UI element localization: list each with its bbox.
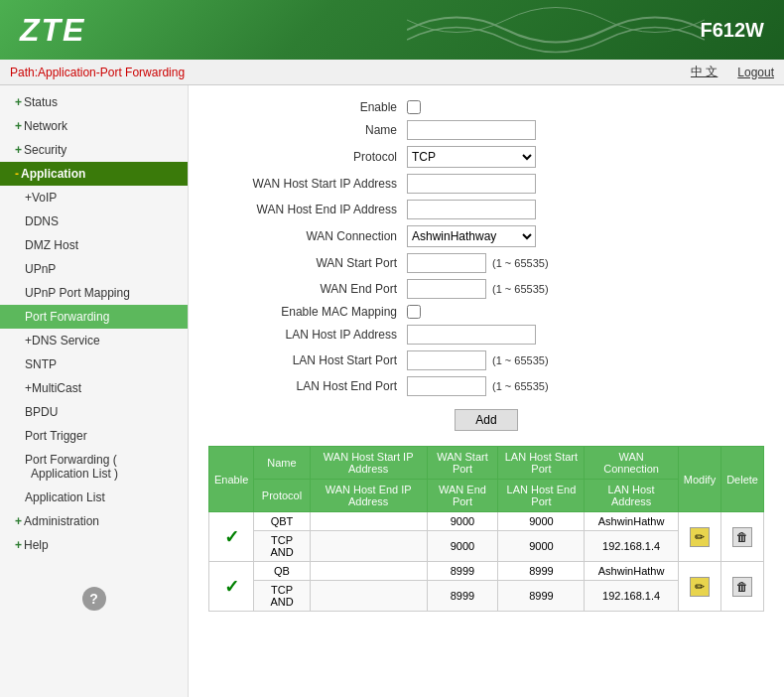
sidebar-item-status[interactable]: +Status: [0, 90, 188, 114]
row1-enable: ✓: [209, 512, 254, 562]
wan-start-port-label: WAN Start Port: [208, 256, 407, 270]
row1-name: QBT: [254, 512, 310, 531]
port-hint-1: (1 ~ 65535): [492, 257, 549, 269]
sidebar-help: ?: [0, 577, 188, 621]
checkmark-icon: ✓: [224, 527, 239, 547]
row2-wan-end-port: 8999: [427, 581, 498, 612]
delete-icon[interactable]: 🗑: [732, 577, 752, 597]
wan-end-port-input[interactable]: [407, 279, 486, 299]
add-button[interactable]: Add: [455, 409, 517, 431]
breadcrumb: Path:Application-Port Forwarding: [10, 66, 185, 79]
row1-delete[interactable]: 🗑: [721, 512, 764, 562]
plus-icon: +: [15, 538, 22, 552]
wan-start-port-input[interactable]: [407, 253, 486, 273]
plus-icon: +: [15, 95, 22, 109]
sidebar-item-porttrigger[interactable]: Port Trigger: [0, 424, 188, 448]
th-wan-start-port: WAN Start Port: [427, 447, 498, 480]
sidebar-item-upnp[interactable]: UPnP: [0, 257, 188, 281]
sidebar-item-application[interactable]: -Application: [0, 162, 188, 186]
protocol-select[interactable]: TCP UDP TCP AND UDP: [407, 146, 536, 168]
wan-host-end-label: WAN Host End IP Address: [208, 203, 407, 216]
th-wan-end-port: WAN End Port: [427, 480, 498, 512]
edit-icon[interactable]: ✏: [690, 527, 710, 547]
wan-host-end-row: WAN Host End IP Address: [208, 200, 764, 219]
edit-icon[interactable]: ✏: [690, 577, 710, 597]
enable-mac-checkbox[interactable]: [407, 305, 421, 319]
sidebar-item-bpdu[interactable]: BPDU: [0, 400, 188, 424]
enable-label: Enable: [208, 100, 407, 114]
row1-lan-host-address: 192.168.1.4: [585, 531, 678, 562]
breadcrumb-highlight: Port Forwarding: [100, 66, 185, 79]
delete-icon[interactable]: 🗑: [732, 527, 752, 547]
row2-modify[interactable]: ✏: [678, 562, 720, 612]
help-button[interactable]: ?: [82, 587, 106, 611]
th-wan-host-end: WAN Host End IP Address: [310, 480, 427, 512]
sidebar-item-dnsservice[interactable]: +DNS Service: [0, 329, 188, 352]
lan-host-start-label: LAN Host Start Port: [208, 353, 407, 367]
row1-lan-end-port: 9000: [498, 531, 585, 562]
lan-host-start-input[interactable]: [407, 350, 486, 370]
th-delete: Delete: [721, 447, 764, 512]
sidebar-item-portforwarding[interactable]: Port Forwarding: [0, 305, 188, 329]
row1-wan-host-end: [310, 531, 427, 562]
name-input[interactable]: [407, 120, 536, 140]
row2-wan-host-end: [310, 581, 427, 612]
row1-wan-end-port: 9000: [427, 531, 498, 562]
sidebar-item-ddns[interactable]: DDNS: [0, 209, 188, 233]
wan-connection-select[interactable]: AshwinHathway: [407, 225, 536, 247]
lan-host-end-row: LAN Host End Port (1 ~ 65535): [208, 376, 764, 396]
enable-mac-label: Enable MAC Mapping: [208, 305, 407, 319]
port-hint-3: (1 ~ 65535): [492, 354, 549, 366]
sidebar-item-network[interactable]: +Network: [0, 114, 188, 138]
th-wan-connection: WAN Connection: [585, 447, 678, 480]
row1-lan-start-port: 9000: [498, 512, 585, 531]
logout-button[interactable]: Logout: [737, 66, 774, 79]
sidebar-item-pfapplist[interactable]: Port Forwarding ( Application List ): [0, 448, 188, 486]
header-wave-decoration: [407, 0, 705, 60]
lan-host-end-input[interactable]: [407, 376, 486, 396]
th-modify: Modify: [678, 447, 720, 512]
wan-host-start-row: WAN Host Start IP Address: [208, 174, 764, 194]
port-hint-2: (1 ~ 65535): [492, 283, 549, 295]
wan-host-end-input[interactable]: [407, 200, 536, 219]
lan-host-ip-input[interactable]: [407, 325, 536, 345]
table-section: Enable Name WAN Host Start IP Address WA…: [208, 446, 764, 612]
table-header-row1: Enable Name WAN Host Start IP Address WA…: [209, 447, 764, 480]
lan-host-end-label: LAN Host End Port: [208, 379, 407, 393]
row1-modify[interactable]: ✏: [678, 512, 720, 562]
row2-wan-connection: AshwinHathw: [585, 562, 678, 581]
wan-start-port-row: WAN Start Port (1 ~ 65535): [208, 253, 764, 273]
sidebar-item-administration[interactable]: +Administration: [0, 509, 188, 533]
plus-icon: +: [15, 119, 22, 133]
top-nav-right: 中 文 Logout: [691, 64, 774, 80]
wan-host-start-label: WAN Host Start IP Address: [208, 177, 407, 191]
sidebar-item-dmzhost[interactable]: DMZ Host: [0, 233, 188, 257]
th-wan-host-start: WAN Host Start IP Address: [310, 447, 427, 480]
checkmark-icon: ✓: [224, 577, 239, 597]
row2-lan-host-address: 192.168.1.4: [585, 581, 678, 612]
top-nav: Path:Application-Port Forwarding 中 文 Log…: [0, 60, 784, 85]
sidebar-item-upnpportmapping[interactable]: UPnP Port Mapping: [0, 281, 188, 305]
sidebar-item-security[interactable]: +Security: [0, 138, 188, 162]
enable-mac-row: Enable MAC Mapping: [208, 305, 764, 319]
row1-wan-connection: AshwinHathw: [585, 512, 678, 531]
sidebar-item-help[interactable]: +Help: [0, 533, 188, 557]
sidebar-item-sntp[interactable]: SNTP: [0, 352, 188, 376]
breadcrumb-prefix: Path:Application-: [10, 66, 100, 79]
sidebar-item-applist[interactable]: Application List: [0, 486, 188, 509]
wan-host-start-input[interactable]: [407, 174, 536, 194]
logo: ZTE: [20, 12, 85, 49]
sidebar-item-multicast[interactable]: +MultiCast: [0, 376, 188, 400]
row2-name: QB: [254, 562, 310, 581]
enable-checkbox[interactable]: [407, 100, 421, 114]
row2-enable: ✓: [209, 562, 254, 612]
lang-button[interactable]: 中 文: [691, 64, 718, 80]
th-enable: Enable: [209, 447, 254, 512]
row2-wan-start-port: 8999: [427, 562, 498, 581]
enable-row: Enable: [208, 100, 764, 114]
table-row: ✓ QB 8999 8999 AshwinHathw ✏ 🗑: [209, 562, 764, 581]
th-lan-host-start: LAN Host Start Port: [498, 447, 585, 480]
lan-host-ip-label: LAN Host IP Address: [208, 328, 407, 342]
row2-delete[interactable]: 🗑: [721, 562, 764, 612]
sidebar-item-voip[interactable]: +VoIP: [0, 186, 188, 209]
